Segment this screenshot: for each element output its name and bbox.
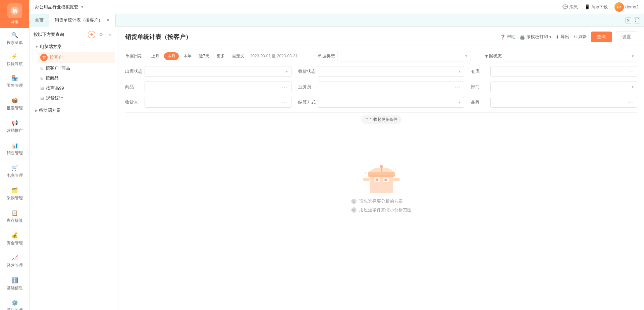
- sidebar-item-basic[interactable]: ℹ️ 基础信息: [0, 272, 29, 295]
- user-profile-btn[interactable]: Ea demo2: [614, 2, 639, 12]
- salesperson-select[interactable]: ···: [318, 82, 465, 92]
- logo-icon: 畅: [7, 3, 22, 18]
- print-dropdown-icon[interactable]: ▾: [549, 35, 551, 39]
- export-btn[interactable]: ⬇ 导出: [555, 34, 569, 40]
- tab-home[interactable]: 首页: [30, 14, 49, 27]
- date-this-month[interactable]: 本月: [164, 52, 179, 60]
- finance-icon: 💰: [11, 231, 18, 239]
- tree-desktop-label: 电脑端方案: [40, 44, 62, 50]
- query-button[interactable]: 查询: [591, 32, 612, 42]
- receipt-status-select[interactable]: ▾: [318, 66, 465, 77]
- marketing-icon: 📢: [11, 119, 18, 126]
- sidebar-item-ecommerce[interactable]: 🛒 电商管理: [0, 160, 29, 183]
- avatar: Ea: [614, 2, 624, 12]
- tab-sales-stat[interactable]: 销货单统计表（按客户） ✕: [49, 14, 116, 27]
- tab-close-btn[interactable]: ✕: [106, 17, 110, 23]
- sidebar-item-retail[interactable]: 🏪 零售管理: [0, 70, 29, 93]
- tree-item-return-stat[interactable]: ▤ 退货统计: [38, 93, 115, 103]
- refresh-icon: ↻: [573, 35, 577, 40]
- operation-icon: 📈: [11, 254, 18, 261]
- filter-row-4: 收货人 ··· 结算方式 ▾ 品牌: [125, 97, 637, 108]
- logo-subtext: 标版: [11, 19, 18, 24]
- date-last-month[interactable]: 上月: [149, 52, 162, 60]
- warehouse-label: 仓库: [471, 68, 490, 74]
- warehouse-select[interactable]: ···: [490, 66, 637, 77]
- window-close-btn[interactable]: ✕: [625, 17, 631, 23]
- filter-area: 单据日期 上月 本月 本年 近7天 更多 自定义 2023-03-01 至 20…: [118, 46, 644, 131]
- order-type-label: 单据类型: [318, 53, 337, 59]
- date-more[interactable]: 更多: [214, 52, 227, 60]
- sidebar-item-marketing[interactable]: 📢 营销推广: [0, 115, 29, 138]
- tree-desktop-parent[interactable]: ▼ 电脑端方案: [32, 42, 115, 52]
- settings-scheme-btn[interactable]: ⚙: [97, 31, 105, 38]
- tip-num-2: ②: [351, 207, 357, 213]
- sidebar: 畅 标版 🔍 搜索菜单 ⚡ 快捷导航 🏪 零售管理 📦 批发管理 📢 营销推广 …: [0, 0, 30, 310]
- download-icon: 📱: [585, 4, 590, 9]
- print-btn[interactable]: 🖨️ 按模板打印 ▾: [520, 34, 551, 40]
- sidebar-item-operation[interactable]: 📈 经营管理: [0, 250, 29, 272]
- sidebar-item-purchase[interactable]: 🗂️ 采购管理: [0, 183, 29, 205]
- tree-item-by-goods-99-label: 按商品99: [46, 85, 64, 91]
- left-panel-title: 按以下方案查询: [34, 32, 64, 38]
- sidebar-item-quicknav[interactable]: ⚡ 快捷导航: [0, 49, 29, 70]
- main-area: 办公用品行业模拟账套 ▾ 💬 消息 📱 App下载 Ea demo2 首页: [30, 0, 644, 310]
- filter-row-1: 单据日期 上月 本月 本年 近7天 更多 自定义 2023-03-01 至 20…: [125, 51, 637, 61]
- page-header: 销货单统计表（按客户） ❓ 帮助 🖨️ 按模板打印 ▾ ⬇ 导出: [118, 27, 644, 46]
- collapse-panel-btn[interactable]: «: [107, 31, 114, 38]
- tree-item-by-customer-goods[interactable]: ⊞ 按客户+商品: [38, 63, 115, 73]
- svg-rect-3: [368, 172, 395, 177]
- tree-expand-arrow: ▼: [35, 45, 39, 49]
- collapse-filter-btn[interactable]: ⌃⌃ 收起更多条件: [361, 115, 401, 124]
- app-download-btn[interactable]: 📱 App下载: [585, 4, 608, 10]
- receipt-status-chevron: ▾: [459, 69, 461, 74]
- sidebar-item-wholesale[interactable]: 📦 批发管理: [0, 93, 29, 115]
- brand-select[interactable]: ···: [490, 97, 637, 108]
- tree-mobile-arrow: ▶: [35, 108, 38, 113]
- industry-dropdown-icon[interactable]: ▾: [81, 5, 83, 9]
- tree-item-by-goods-99[interactable]: ▤ 按商品99: [38, 83, 115, 93]
- date-options: 上月 本月 本年 近7天 更多 自定义 2023-03-01 至 2023-03…: [149, 52, 298, 60]
- settings-button[interactable]: 设置: [616, 32, 637, 42]
- message-btn[interactable]: 💬 消息: [562, 4, 578, 10]
- help-btn[interactable]: ❓ 帮助: [500, 34, 516, 40]
- salesperson-dots: ···: [455, 84, 461, 90]
- filter-row-3: 商品 ··· 业务员 ··· 部门: [125, 82, 637, 92]
- order-type-select[interactable]: ▾: [337, 51, 471, 61]
- svg-rect-11: [393, 178, 400, 181]
- date-this-year[interactable]: 本年: [181, 52, 194, 60]
- goods-select[interactable]: ···: [145, 82, 291, 92]
- add-scheme-btn[interactable]: +: [88, 31, 95, 38]
- filter-col-settlement: 结算方式 ▾: [298, 97, 465, 108]
- sidebar-item-system[interactable]: ⚙️ 系统管理: [0, 295, 29, 310]
- tree-item-by-goods[interactable]: ⊞ 按商品: [38, 73, 115, 83]
- order-type-chevron: ▾: [465, 54, 467, 58]
- out-status-select[interactable]: ▾: [145, 66, 291, 77]
- help-icon: ❓: [500, 35, 505, 40]
- sidebar-item-search[interactable]: 🔍 搜索菜单: [0, 28, 29, 49]
- settlement-select[interactable]: ▾: [318, 97, 465, 108]
- date-custom[interactable]: 自定义: [229, 52, 247, 60]
- tab-sales-stat-label: 销货单统计表（按客户）: [55, 17, 103, 23]
- sidebar-item-finance[interactable]: 💰 资金管理: [0, 227, 29, 250]
- dept-select[interactable]: ▾: [490, 82, 637, 92]
- refresh-btn[interactable]: ↻ 刷新: [573, 34, 587, 40]
- svg-point-9: [380, 165, 383, 168]
- window-maximize-btn[interactable]: ⛶: [634, 17, 640, 23]
- tree-item-by-customer[interactable]: 客 按客户: [38, 52, 115, 63]
- tabbar: 首页 销货单统计表（按客户） ✕ ✕ ⛶: [30, 14, 644, 27]
- tree-mobile-parent[interactable]: ▶ 移动端方案: [32, 105, 115, 115]
- sidebar-item-sales[interactable]: 📊 销售管理: [0, 138, 29, 160]
- date-last-7[interactable]: 近7天: [196, 52, 212, 60]
- out-status-label: 出库状态: [125, 68, 145, 74]
- receiver-select[interactable]: ···: [145, 97, 291, 108]
- print-icon: 🖨️: [520, 35, 525, 40]
- tree-item-by-customer-goods-label: 按客户+商品: [46, 65, 70, 71]
- sidebar-item-stock[interactable]: 📋 库存核算: [0, 205, 29, 227]
- brand-label: 品牌: [471, 99, 490, 105]
- sidebar-logo[interactable]: 畅 标版: [0, 0, 29, 28]
- topbar-left: 办公用品行业模拟账套 ▾: [35, 4, 83, 10]
- tree-item-by-customer-icon: 客: [40, 54, 48, 61]
- svg-text:✦: ✦: [364, 171, 367, 175]
- order-status-select[interactable]: ▾: [504, 51, 637, 61]
- left-panel-actions: + ⚙ «: [88, 31, 114, 38]
